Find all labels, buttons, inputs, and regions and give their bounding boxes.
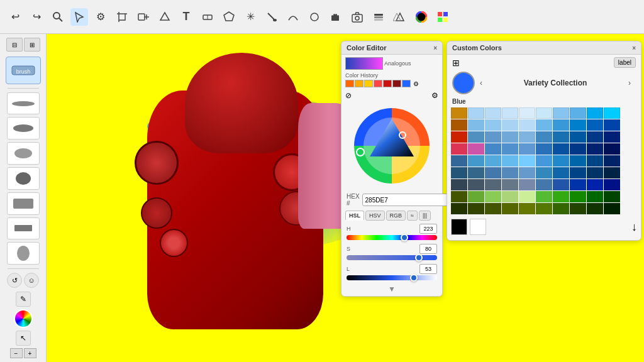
color-cell[interactable] (604, 179, 620, 190)
select-button[interactable] (70, 8, 88, 26)
color-cell[interactable] (536, 143, 552, 155)
l-slider-track[interactable] (347, 275, 437, 280)
color-cell[interactable] (468, 191, 484, 202)
brush-thumb-5[interactable] (7, 192, 40, 215)
label-button[interactable]: label (614, 57, 636, 68)
color-editor-close[interactable]: × (433, 45, 437, 52)
color-cell[interactable] (536, 107, 552, 119)
color-cell[interactable] (587, 179, 603, 190)
color-cell[interactable] (451, 131, 467, 143)
grid-button[interactable] (434, 8, 452, 26)
color-cell[interactable] (451, 179, 467, 190)
color-cell[interactable] (570, 107, 586, 119)
h-slider-thumb[interactable] (401, 234, 408, 241)
color-cell[interactable] (587, 191, 603, 202)
sidebar-grid-icon[interactable]: ⊟ (6, 38, 23, 52)
color-cell[interactable] (519, 155, 535, 167)
brush-thumb-6[interactable] (7, 217, 40, 240)
color-cell[interactable] (587, 155, 603, 167)
color-cell[interactable] (502, 179, 518, 190)
pipette-icon[interactable]: ↓ (631, 221, 637, 234)
prev-collection-arrow[interactable]: ‹ (480, 79, 482, 87)
color-cell[interactable] (536, 167, 552, 178)
shape-button[interactable] (156, 8, 174, 26)
sidebar-list-icon[interactable]: ⊞ (24, 38, 40, 52)
color-cell[interactable] (485, 191, 501, 202)
color-cell[interactable] (536, 155, 552, 167)
color-cell[interactable] (570, 167, 586, 178)
brush-thumb-2[interactable] (7, 117, 40, 140)
color-cell[interactable] (451, 167, 467, 178)
hsl-tab[interactable]: HSL (345, 211, 364, 221)
color-cell[interactable] (553, 191, 569, 202)
color-cell[interactable] (485, 167, 501, 178)
color-cell[interactable] (536, 179, 552, 190)
color-cell[interactable] (485, 155, 501, 167)
color-cell[interactable] (502, 143, 518, 155)
colorwheel-button[interactable] (413, 8, 430, 26)
color-cell[interactable] (485, 179, 501, 190)
h-slider-track[interactable] (347, 235, 437, 240)
color-dot[interactable] (14, 309, 33, 328)
grid-view-icon[interactable]: ⊞ (452, 58, 460, 68)
color-cell[interactable] (451, 119, 467, 131)
history-swatch-1[interactable] (345, 80, 354, 87)
rotate-right-button[interactable]: ☺ (24, 273, 39, 288)
color-cell[interactable] (553, 143, 569, 155)
color-cell[interactable] (519, 107, 535, 119)
color-cell[interactable] (502, 191, 518, 202)
redo-button[interactable]: ↪ (28, 8, 45, 26)
color-cell[interactable] (570, 191, 586, 202)
color-cell[interactable] (553, 167, 569, 178)
color-cell[interactable] (451, 203, 467, 214)
color-cell[interactable] (468, 167, 484, 178)
color-cell[interactable] (553, 155, 569, 167)
s-slider-track[interactable] (347, 255, 437, 260)
next-collection-arrow[interactable]: › (628, 79, 631, 87)
color-cell[interactable] (485, 131, 501, 143)
circle-button[interactable] (306, 8, 323, 26)
color-cell[interactable] (587, 143, 603, 155)
brush-thumb-7[interactable] (7, 242, 40, 265)
color-cell[interactable] (468, 203, 484, 214)
approx-tab[interactable]: ≈ (407, 211, 418, 221)
color-cell[interactable] (502, 155, 518, 167)
rotate-left-button[interactable]: ↺ (7, 273, 22, 288)
color-cell[interactable] (468, 107, 484, 119)
camera-button[interactable] (348, 8, 366, 26)
custom-colors-close[interactable]: × (632, 45, 636, 52)
history-swatch-3[interactable] (364, 80, 373, 87)
color-cell[interactable] (519, 143, 535, 155)
color-cell[interactable] (553, 131, 569, 143)
plus-button[interactable]: + (24, 348, 36, 358)
brush-selector-active[interactable]: brush (6, 57, 41, 84)
brush-button[interactable] (263, 8, 280, 26)
white-swatch[interactable] (470, 219, 486, 235)
rgb-tab[interactable]: RGB (386, 211, 406, 221)
settings-button[interactable]: ⚙ (92, 8, 109, 26)
panel-expand-icon[interactable]: ▼ (341, 282, 442, 296)
color-cell[interactable] (502, 203, 518, 214)
text-button[interactable]: T (177, 8, 195, 26)
color-cell[interactable] (570, 119, 586, 131)
color-cell[interactable] (519, 179, 535, 190)
color-cell[interactable] (468, 119, 484, 131)
bars-tab[interactable]: ||| (419, 211, 431, 221)
color-cell[interactable] (604, 131, 620, 143)
color-wheel-wrapper[interactable] (351, 105, 433, 187)
history-settings-icon[interactable]: ⚙ (411, 80, 420, 87)
hsv-tab[interactable]: HSV (365, 211, 385, 221)
color-cell[interactable] (604, 143, 620, 155)
color-cell[interactable] (536, 203, 552, 214)
color-cell[interactable] (519, 131, 535, 143)
color-wheel-container[interactable] (341, 101, 442, 190)
color-cell[interactable] (519, 203, 535, 214)
l-slider-thumb[interactable] (410, 274, 418, 282)
color-wheel-svg[interactable] (351, 105, 433, 187)
color-cell[interactable] (604, 167, 620, 178)
color-cell[interactable] (468, 155, 484, 167)
color-cell[interactable] (451, 143, 467, 155)
color-cell[interactable] (604, 119, 620, 131)
color-cell[interactable] (468, 131, 484, 143)
color-cell[interactable] (604, 155, 620, 167)
